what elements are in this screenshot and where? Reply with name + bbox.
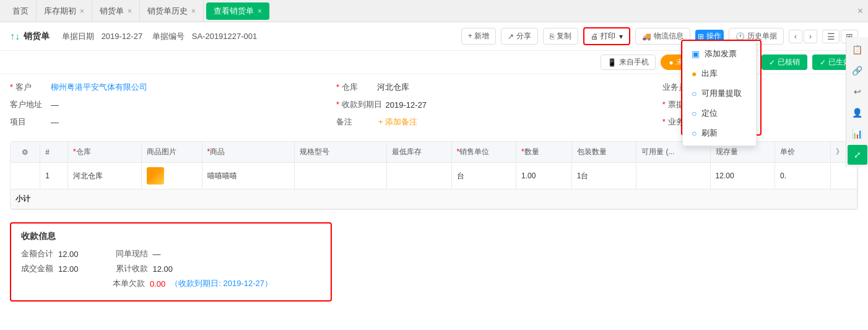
col-spec: 规格型号 <box>294 142 386 163</box>
payment-info-wrapper: 收款信息 金额合计 12.00 同单现结 — 成交金额 12.00 累计收款 <box>0 210 868 309</box>
address-value: — <box>51 100 59 110</box>
col-pack-qty: 包装数量 <box>571 142 636 163</box>
close-tab-history[interactable]: × <box>191 7 196 15</box>
list-view-btn[interactable]: ☰ <box>822 30 840 43</box>
doc-number: 单据编号 SA-20191227-001 <box>152 31 257 42</box>
customer-label: 客户 <box>10 82 47 93</box>
product-table-section: ⚙ # *仓库 商品图片 *商品 规格型号 最低库存 *销售单位 *数量 包装数… <box>10 141 858 210</box>
prev-arrow[interactable]: ‹ <box>789 30 802 43</box>
subtotal-row: 小计 <box>11 189 857 209</box>
close-tab-sales[interactable]: × <box>128 7 132 15</box>
sidebar-expand-icon[interactable]: ⤢ <box>848 145 867 165</box>
col-gear: ⚙ <box>11 142 40 163</box>
refresh-item[interactable]: ○ 刷新 <box>683 123 756 143</box>
project-value: — <box>51 118 59 127</box>
voided-status-button[interactable]: ✓ 已核销 <box>762 54 807 70</box>
address-label: 客户地址 <box>10 99 47 110</box>
row-current-stock: 12.00 <box>710 163 775 189</box>
sidebar-chart-icon[interactable]: 📊 <box>848 124 867 144</box>
due-amount-field: 本单欠款 0.00 （收款到期日: 2019-12-27） <box>113 278 272 289</box>
outbound-item[interactable]: ● 出库 <box>683 64 756 84</box>
share-icon: ↗ <box>508 32 514 41</box>
payment-row-3: 本单欠款 0.00 （收款到期日: 2019-12-27） <box>21 278 321 289</box>
due-amount-label: 本单欠款 <box>113 278 145 289</box>
sidebar-link-icon[interactable]: 🔗 <box>848 61 867 80</box>
locate-item[interactable]: ○ 定位 <box>683 103 756 123</box>
logistics-icon: 🚚 <box>642 32 651 41</box>
new-button[interactable]: + 新增 <box>461 28 496 45</box>
effective-icon: ✓ <box>820 58 826 67</box>
sidebar-doc-icon[interactable]: 📋 <box>848 40 867 59</box>
copy-button[interactable]: ⎘ 复制 <box>543 28 578 45</box>
tab-sales-history[interactable]: 销货单历史 × <box>140 0 204 22</box>
payment-info-section: 收款信息 金额合计 12.00 同单现结 — 成交金额 12.00 累计收款 <box>10 222 332 302</box>
doc-icon: ↑↓ <box>10 31 20 42</box>
col-unit: *销售单位 <box>451 142 516 163</box>
same-order-label: 同单现结 <box>116 248 148 259</box>
col-product-img: 商品图片 <box>142 142 202 163</box>
from-phone-button[interactable]: 📱 来自手机 <box>601 54 656 70</box>
due-date-hint: （收款到期日: 2019-12-27） <box>170 278 272 289</box>
subtotal-label: 小计 <box>11 189 857 209</box>
share-button[interactable]: ↗ 分享 <box>501 28 538 45</box>
refresh-icon: ○ <box>692 128 697 138</box>
locate-icon: ○ <box>692 108 697 118</box>
product-image <box>147 167 164 185</box>
history-icon: 🕐 <box>736 32 745 41</box>
right-sidebar: 📋 🔗 ↩ 👤 📊 ⤢ <box>846 37 868 167</box>
close-tab-inventory[interactable]: × <box>80 7 84 15</box>
add-invoice-item[interactable]: ▣ 添加发票 <box>683 44 756 64</box>
payment-date-label: 收款到期日 <box>336 99 382 110</box>
print-button[interactable]: 🖨 打印 ▾ <box>583 27 630 45</box>
print-dropdown-arrow[interactable]: ▾ <box>619 32 623 41</box>
transaction-value: 12.00 <box>58 264 79 274</box>
sidebar-rotate-icon[interactable]: ↩ <box>848 82 867 102</box>
sidebar-user-icon[interactable]: 👤 <box>848 103 867 123</box>
total-amount-label: 金额合计 <box>21 248 53 259</box>
customer-field: 客户 柳州粤港平安气体有限公司 <box>10 82 336 93</box>
print-icon: 🖨 <box>591 32 598 41</box>
col-product: *商品 <box>202 142 294 163</box>
copy-icon: ⎘ <box>550 32 554 41</box>
col-unit-price: 单价 <box>775 142 831 163</box>
payment-row-2: 成交金额 12.00 累计收款 12.00 <box>21 263 321 274</box>
close-tab-view[interactable]: × <box>258 7 262 15</box>
qty-icon: ○ <box>692 89 697 98</box>
invoice-icon: ▣ <box>692 49 700 59</box>
row-warehouse: 河北仓库 <box>68 163 142 189</box>
add-note-button[interactable]: + 添加备注 <box>377 116 417 128</box>
doc-meta: 单据日期 2019-12-27 单据编号 SA-20191227-001 <box>62 31 257 42</box>
tab-view-sales[interactable]: 查看销货单 × <box>206 2 270 20</box>
tab-home[interactable]: 首页 <box>5 0 37 22</box>
next-arrow[interactable]: › <box>804 30 817 43</box>
product-table: ⚙ # *仓库 商品图片 *商品 规格型号 最低库存 *销售单位 *数量 包装数… <box>11 142 857 209</box>
phone-icon: 📱 <box>607 58 617 67</box>
window-close-button[interactable]: × <box>857 6 863 17</box>
cumulative-label: 累计收款 <box>116 263 148 274</box>
voided-icon: ✓ <box>769 58 775 67</box>
payment-row-1: 金额合计 12.00 同单现结 — <box>21 248 321 259</box>
row-product: 嘻嘻嘻嘻 <box>202 163 294 189</box>
row-qty: 1.00 <box>516 163 572 189</box>
note-field: 备注 + 添加备注 <box>336 116 662 128</box>
row-gear <box>11 163 40 189</box>
tab-bar: 首页 库存期初 × 销货单 × 销货单历史 × 查看销货单 × × <box>0 0 868 22</box>
warehouse-label: 仓库 <box>336 82 373 93</box>
doc-actions: + 新增 ↗ 分享 ⎘ 复制 🖨 打印 ▾ 🚚 物流信息 ⊞ 操作 <box>461 27 858 45</box>
available-qty-item[interactable]: ○ 可用量提取 <box>683 84 756 103</box>
project-label: 项目 <box>10 116 47 128</box>
customer-value[interactable]: 柳州粤港平安气体有限公司 <box>51 82 147 93</box>
payment-date-value: 2019-12-27 <box>386 100 427 110</box>
row-available <box>636 163 710 189</box>
same-order-value: — <box>153 250 161 259</box>
operations-dropdown: ▣ 添加发票 ● 出库 ○ 可用量提取 ○ 定位 ○ 刷新 <box>682 41 757 146</box>
tab-sales-order[interactable]: 销货单 × <box>92 0 140 22</box>
grid-icon: ⊞ <box>698 32 704 41</box>
ticket-icon: ● <box>669 58 673 67</box>
tab-inventory-init[interactable]: 库存期初 × <box>37 0 92 22</box>
project-field: 项目 — <box>10 116 336 128</box>
total-amount-field: 金额合计 12.00 <box>21 248 79 259</box>
row-unit: 台 <box>451 163 516 189</box>
same-order-field: 同单现结 — <box>116 248 161 259</box>
transaction-field: 成交金额 12.00 <box>21 263 79 274</box>
